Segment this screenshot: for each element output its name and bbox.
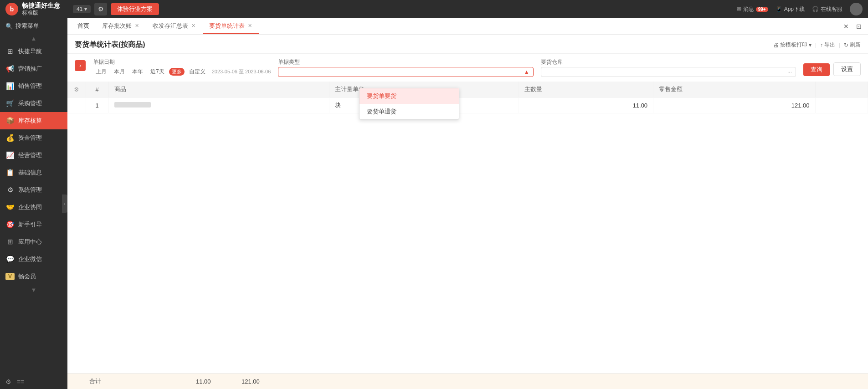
date-range-display: 2023-05-06 至 2023-06-06 bbox=[212, 68, 271, 75]
tab-home-label: 首页 bbox=[77, 22, 89, 30]
filter-expand-button[interactable]: › bbox=[75, 60, 86, 71]
refresh-label: 刷新 bbox=[850, 41, 861, 49]
system-label: 系统管理 bbox=[18, 186, 42, 194]
settings-gear-button[interactable]: ⚙ bbox=[94, 3, 107, 15]
filter-bar: › 单据日期 上月 本月 本年 近7天 更多 自定义 2023-05-06 至 … bbox=[67, 54, 868, 82]
row-settings bbox=[67, 97, 86, 113]
table-row: 1 块 11.00 121.00 bbox=[67, 97, 868, 113]
sidebar-bottom: ⚙ ≡≡ bbox=[0, 374, 67, 389]
sidebar-item-purchase[interactable]: 🛒 采购管理 bbox=[0, 95, 67, 112]
content-area: 首页 库存批次账 ✕ 收发存汇总表 ✕ 要货单统计表 ✕ ✕ ⊡ 要 bbox=[67, 18, 868, 389]
type-filter-input[interactable]: ▲ bbox=[278, 67, 533, 77]
tab-inventory-batch[interactable]: 库存批次账 ✕ bbox=[96, 18, 146, 34]
settings-filter-button[interactable]: 设置 bbox=[833, 62, 861, 76]
print-template-button[interactable]: 🖨 按模板打印 ▾ bbox=[773, 41, 812, 49]
messages-button[interactable]: ✉ 消息 99+ bbox=[737, 5, 768, 13]
tab-close-all-button[interactable]: ✕ bbox=[841, 21, 852, 32]
warehouse-filter: 要货仓库 ··· bbox=[541, 58, 796, 77]
tab-expand-button[interactable]: ⊡ bbox=[853, 21, 864, 32]
sidebar-item-quick-nav[interactable]: ⊞ 快捷导航 bbox=[0, 43, 67, 60]
tab-receive-summary[interactable]: 收发存汇总表 ✕ bbox=[146, 18, 203, 34]
row-quantity: 11.00 bbox=[519, 97, 653, 113]
sidebar-item-finance[interactable]: 💰 资金管理 bbox=[0, 129, 67, 147]
export-button[interactable]: ↑ 导出 bbox=[820, 41, 835, 49]
tab-requisition-stats[interactable]: 要货单统计表 ✕ bbox=[203, 18, 259, 34]
trial-button[interactable]: 体验行业方案 bbox=[111, 3, 159, 15]
wechat-label: 企业微信 bbox=[18, 255, 42, 263]
date-option-7days[interactable]: 近7天 bbox=[148, 67, 167, 77]
date-option-custom[interactable]: 自定义 bbox=[186, 67, 208, 77]
col-header-num: # bbox=[86, 82, 108, 97]
dropdown-item-label-1: 要货单要货 bbox=[367, 92, 396, 99]
warehouse-more-icon[interactable]: ··· bbox=[787, 69, 792, 75]
date-option-this-month[interactable]: 本月 bbox=[111, 67, 128, 77]
message-icon: ✉ bbox=[737, 6, 741, 12]
table-container: ⚙ # 商品 主计量单位 主数量 零售金额 1 bbox=[67, 82, 868, 373]
phone-icon: 📱 bbox=[776, 6, 782, 12]
inventory-label: 库存核算 bbox=[18, 117, 42, 125]
col-header-product: 商品 bbox=[108, 82, 329, 97]
sidebar-item-wechat[interactable]: 💬 企业微信 bbox=[0, 251, 67, 268]
online-service-button[interactable]: 🎧 在线客服 bbox=[812, 5, 842, 13]
warehouse-filter-input[interactable]: ··· bbox=[541, 67, 796, 77]
user-avatar[interactable] bbox=[850, 3, 863, 15]
col-header-settings[interactable]: ⚙ bbox=[67, 82, 86, 97]
tab-home[interactable]: 首页 bbox=[71, 18, 96, 34]
guide-icon: 🎯 bbox=[5, 220, 15, 229]
scroll-down-arrow[interactable]: ▼ bbox=[0, 285, 67, 294]
sidebar-toggle-icon[interactable]: ≡≡ bbox=[17, 378, 24, 385]
guide-label: 新手引导 bbox=[18, 220, 42, 229]
date-option-last-month[interactable]: 上月 bbox=[93, 67, 109, 77]
sidebar-search[interactable]: 🔍 搜索菜单 bbox=[0, 18, 67, 34]
date-option-more[interactable]: 更多 bbox=[169, 68, 185, 76]
top-right: ✉ 消息 99+ 📱 App下载 🎧 在线客服 bbox=[737, 3, 863, 15]
date-options: 上月 本月 本年 近7天 更多 自定义 2023-05-06 至 2023-06… bbox=[93, 67, 271, 77]
data-table: ⚙ # 商品 主计量单位 主数量 零售金额 1 bbox=[67, 82, 868, 113]
apps-icon: ⊞ bbox=[5, 238, 15, 246]
sidebar-item-basic-info[interactable]: 📋 基础信息 bbox=[0, 164, 67, 181]
scroll-up-arrow[interactable]: ▲ bbox=[0, 34, 67, 43]
version-selector[interactable]: 41 ▾ bbox=[73, 5, 91, 13]
sidebar-item-enterprise[interactable]: 🤝 企业协同 bbox=[0, 199, 67, 216]
version-num: 41 bbox=[77, 6, 82, 12]
dropdown-item-requisition-return[interactable]: 要货单退货 bbox=[360, 104, 459, 119]
app-download-label: App下载 bbox=[784, 5, 805, 13]
tab-requisition-stats-label: 要货单统计表 bbox=[209, 22, 245, 30]
tab-inventory-batch-close[interactable]: ✕ bbox=[134, 23, 140, 29]
date-filter-label: 单据日期 bbox=[93, 58, 271, 66]
purchase-label: 采购管理 bbox=[18, 99, 42, 107]
sidebar-item-system[interactable]: ⚙ 系统管理 bbox=[0, 181, 67, 199]
sidebar-item-inventory[interactable]: 📦 库存核算 bbox=[0, 112, 67, 129]
logo-icon: b bbox=[5, 3, 18, 15]
tab-bar: 首页 库存批次账 ✕ 收发存汇总表 ✕ 要货单统计表 ✕ ✕ ⊡ bbox=[67, 18, 868, 35]
sidebar-item-operations[interactable]: 📈 经营管理 bbox=[0, 147, 67, 164]
date-option-this-year[interactable]: 本年 bbox=[129, 67, 146, 77]
table-header-row: ⚙ # 商品 主计量单位 主数量 零售金额 bbox=[67, 82, 868, 97]
type-filter-arrow[interactable]: ▲ bbox=[524, 69, 529, 75]
row-num: 1 bbox=[86, 97, 108, 113]
headset-icon: 🎧 bbox=[812, 6, 819, 12]
tab-receive-summary-close[interactable]: ✕ bbox=[190, 23, 196, 29]
settings-bottom-icon[interactable]: ⚙ bbox=[5, 378, 11, 385]
footer-quantity: 11.00 bbox=[196, 378, 241, 385]
sidebar-item-apps[interactable]: ⊞ 应用中心 bbox=[0, 233, 67, 251]
export-icon: ↑ bbox=[820, 42, 823, 48]
message-label: 消息 bbox=[743, 5, 754, 13]
quick-nav-label: 快捷导航 bbox=[18, 47, 42, 56]
query-button[interactable]: 查询 bbox=[803, 63, 830, 76]
footer-values: 11.00 121.00 bbox=[196, 378, 287, 385]
page-title: 要货单统计表(按商品) bbox=[75, 40, 145, 50]
app-download-button[interactable]: 📱 App下载 bbox=[776, 5, 805, 13]
dropdown-item-requisition-order[interactable]: 要货单要货 bbox=[360, 88, 459, 104]
sidebar-collapse-button[interactable]: ‹ bbox=[62, 194, 67, 213]
sidebar-item-marketing[interactable]: 📢 营销推广 bbox=[0, 60, 67, 77]
refresh-button[interactable]: ↻ 刷新 bbox=[844, 41, 861, 49]
sidebar-item-vip[interactable]: V 畅会员 bbox=[0, 268, 67, 285]
refresh-icon: ↻ bbox=[844, 42, 848, 48]
tab-inventory-batch-label: 库存批次账 bbox=[102, 22, 132, 30]
row-product bbox=[108, 97, 329, 113]
tab-requisition-stats-close[interactable]: ✕ bbox=[247, 23, 253, 29]
brand-version: 标准版 bbox=[22, 10, 60, 16]
sidebar-item-guide[interactable]: 🎯 新手引导 bbox=[0, 216, 67, 233]
sidebar-item-sales[interactable]: 📊 销售管理 bbox=[0, 77, 67, 95]
